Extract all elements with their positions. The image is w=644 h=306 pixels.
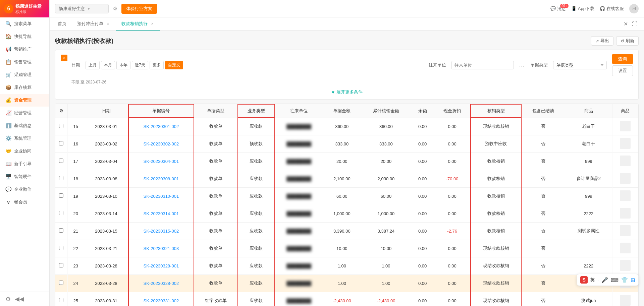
td-checkbox[interactable] xyxy=(55,274,67,292)
sidebar-item-system[interactable]: ⚙️ 系统管理 xyxy=(0,132,49,145)
bill-no-link[interactable]: SK-20230302-002 xyxy=(144,141,179,146)
td-checkbox[interactable] xyxy=(55,205,67,222)
collapse-icon[interactable]: ◀◀ xyxy=(15,295,24,303)
receipt-type-select[interactable]: 单据类型 xyxy=(553,61,607,69)
widget-grid-icon[interactable]: ⊞ xyxy=(631,277,635,283)
td-checkbox[interactable] xyxy=(55,240,67,257)
row-checkbox[interactable] xyxy=(59,228,63,233)
bill-no-link[interactable]: SK-20230308-001 xyxy=(144,176,179,181)
workspace-selector[interactable]: 畅康道好生意 ▼ xyxy=(55,4,109,13)
refresh-btn[interactable]: ↺ 刷新 xyxy=(616,36,639,46)
row-checkbox[interactable] xyxy=(59,298,63,302)
td-cancel-type: 收款核销 xyxy=(471,222,521,240)
widget-text-icon[interactable]: 英 xyxy=(590,277,595,283)
query-btn[interactable]: 查询 xyxy=(612,54,633,64)
td-bill-no[interactable]: SK-20230310-001 xyxy=(128,187,194,205)
notification-btn[interactable]: 💬 消息 99+ xyxy=(550,6,566,12)
sidebar-item-ops[interactable]: 📈 经营管理 xyxy=(0,107,49,119)
system-icon: ⚙️ xyxy=(5,135,11,141)
online-service-btn[interactable]: 🎧 在线客服 xyxy=(600,6,624,12)
bill-no-link[interactable]: SK-20230314-001 xyxy=(144,211,179,216)
main-table: ⚙ 日期 单据编号 单据类型 业务类型 往来单位 单据金额 累计核销金额 余额 … xyxy=(55,104,638,306)
tab-home[interactable]: 首页 xyxy=(52,17,72,30)
td-bill-no[interactable]: SK-20230302-002 xyxy=(128,135,194,152)
td-bill-no[interactable]: SK-20230328-002 xyxy=(128,274,194,292)
widget-shirt-icon[interactable]: 👕 xyxy=(621,277,628,283)
date-btn-7days[interactable]: 近7天 xyxy=(132,61,148,69)
td-checkbox[interactable] xyxy=(55,257,67,274)
td-checkbox[interactable] xyxy=(55,118,67,135)
sidebar-item-search[interactable]: 🔍 搜索菜单 xyxy=(0,17,49,30)
td-bill-no[interactable]: SK-20230331-002 xyxy=(128,292,194,306)
td-checkbox[interactable] xyxy=(55,222,67,240)
td-checkbox[interactable] xyxy=(55,135,67,152)
row-checkbox[interactable] xyxy=(59,124,63,128)
row-checkbox[interactable] xyxy=(59,193,63,198)
partner-input[interactable] xyxy=(451,61,514,69)
th-gear[interactable]: ⚙ xyxy=(55,104,67,118)
widget-keyboard-icon[interactable]: ⌨ xyxy=(611,277,619,283)
td-checkbox[interactable] xyxy=(55,292,67,306)
sidebar-item-member[interactable]: V 畅会员 xyxy=(0,196,49,208)
bill-no-link[interactable]: SK-20230328-001 xyxy=(144,263,179,268)
filter-settings-btn[interactable]: 设置 xyxy=(612,65,633,76)
tab-prepay-close-icon[interactable]: × xyxy=(105,21,111,26)
row-checkbox[interactable] xyxy=(59,159,63,163)
date-btn-custom[interactable]: 自定义 xyxy=(165,61,183,69)
sidebar-item-guide[interactable]: 📖 新手引导 xyxy=(0,158,49,170)
td-bill-no[interactable]: SK-20230304-001 xyxy=(128,152,194,170)
sidebar-item-quick-nav[interactable]: 🏠 快捷导航 xyxy=(0,30,49,43)
td-bill-no[interactable]: SK-20230315-002 xyxy=(128,222,194,240)
filter-toggle-btn[interactable]: » xyxy=(61,55,67,61)
td-bill-no[interactable]: SK-20230301-002 xyxy=(128,118,194,135)
row-checkbox[interactable] xyxy=(59,176,63,180)
row-checkbox[interactable] xyxy=(59,246,63,250)
sidebar-item-purchase[interactable]: 🛒 采购管理 xyxy=(0,68,49,81)
bill-no-link[interactable]: SK-20230310-001 xyxy=(144,194,179,199)
sidebar-item-hardware[interactable]: 🖥️ 智能硬件 xyxy=(0,170,49,183)
bill-no-link[interactable]: SK-20230301-002 xyxy=(144,124,179,129)
tab-collection[interactable]: 收款核销执行 × xyxy=(116,17,160,30)
td-bill-no[interactable]: SK-20230321-003 xyxy=(128,240,194,257)
tab-close-window-icon[interactable]: ✕ xyxy=(622,20,629,28)
sidebar-item-wechat[interactable]: 💬 企业微信 xyxy=(0,183,49,196)
bill-no-link[interactable]: SK-20230315-002 xyxy=(144,229,179,234)
sidebar-item-basic[interactable]: ℹ️ 基础信息 xyxy=(0,119,49,132)
row-checkbox[interactable] xyxy=(59,141,63,145)
row-checkbox[interactable] xyxy=(59,263,63,267)
date-btn-prev-month[interactable]: 上月 xyxy=(86,61,100,69)
row-checkbox[interactable] xyxy=(59,281,63,285)
bill-no-link[interactable]: SK-20230304-001 xyxy=(144,159,179,164)
settings-bottom-icon[interactable]: ⚙ xyxy=(5,295,11,303)
app-download-btn[interactable]: 📱 App下载 xyxy=(571,6,594,12)
td-bill-no[interactable]: SK-20230328-001 xyxy=(128,257,194,274)
date-btn-more[interactable]: 更多 xyxy=(150,61,164,69)
bill-no-link[interactable]: SK-20230328-002 xyxy=(144,281,179,286)
widget-mic-icon[interactable]: 🎤 xyxy=(601,277,608,283)
td-discount: 0.00 xyxy=(434,135,471,152)
td-checkbox[interactable] xyxy=(55,187,67,205)
expand-more-btn[interactable]: ▼ 展开更多条件 xyxy=(331,89,363,95)
avatar[interactable]: 用 xyxy=(629,4,639,13)
sidebar-item-finance[interactable]: 💰 资金管理 xyxy=(0,94,49,107)
td-bill-no[interactable]: SK-20230308-001 xyxy=(128,170,194,187)
export-btn[interactable]: ↗ 导出 xyxy=(591,36,613,46)
bill-no-link[interactable]: SK-20230321-003 xyxy=(144,246,179,251)
tab-expand-icon[interactable]: ⛶ xyxy=(631,20,639,28)
sidebar-item-inventory[interactable]: 📦 库存核算 xyxy=(0,81,49,94)
td-bill-no[interactable]: SK-20230314-001 xyxy=(128,205,194,222)
industry-btn[interactable]: 体验行业方案 xyxy=(121,4,157,14)
sidebar-item-sales[interactable]: 📋 销售管理 xyxy=(0,56,49,68)
date-btn-this-month[interactable]: 本月 xyxy=(101,61,115,69)
gear-icon[interactable]: ⚙ xyxy=(113,5,117,12)
sidebar-item-enterprise[interactable]: 🤝 企业协同 xyxy=(0,145,49,158)
sidebar-item-marketing[interactable]: 📢 营销推广 xyxy=(0,43,49,56)
tab-collection-close-icon[interactable]: × xyxy=(150,21,155,26)
bill-no-link[interactable]: SK-20230331-002 xyxy=(144,298,179,303)
td-partner: ████████ xyxy=(275,222,323,240)
tab-prepay[interactable]: 预付冲应付单 × xyxy=(72,17,116,30)
row-checkbox[interactable] xyxy=(59,211,63,215)
td-checkbox[interactable] xyxy=(55,170,67,187)
date-btn-this-year[interactable]: 本年 xyxy=(116,61,130,69)
td-checkbox[interactable] xyxy=(55,152,67,170)
